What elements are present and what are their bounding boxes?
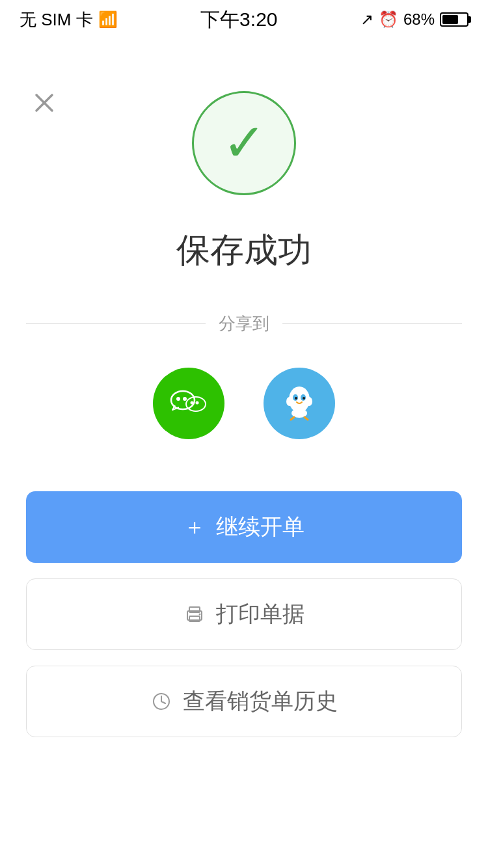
svg-point-4 (176, 397, 180, 401)
checkmark-icon: ✓ (223, 117, 266, 169)
svg-point-14 (286, 397, 293, 406)
svg-point-13 (303, 397, 305, 400)
wifi-icon: 📶 (98, 10, 118, 29)
share-label: 分享到 (206, 312, 282, 335)
history-button[interactable]: 查看销货单历史 (26, 666, 462, 737)
success-circle: ✓ (192, 91, 296, 195)
continue-order-label: 继续开单 (216, 512, 305, 542)
svg-point-6 (191, 401, 194, 405)
divider-line-left (26, 323, 206, 324)
close-button[interactable] (26, 85, 62, 121)
share-icons-container (153, 368, 335, 439)
svg-point-15 (306, 397, 312, 406)
continue-order-button[interactable]: ＋ 继续开单 (26, 491, 462, 563)
location-icon: ↗ (360, 10, 373, 29)
svg-point-7 (196, 401, 199, 405)
history-label: 查看销货单历史 (183, 686, 338, 716)
success-title: 保存成功 (176, 228, 312, 273)
main-content: ✓ 保存成功 分享到 (0, 39, 488, 868)
plus-icon: ＋ (183, 512, 206, 542)
print-label: 打印单据 (216, 599, 305, 629)
svg-point-12 (295, 397, 297, 400)
wechat-share-button[interactable] (153, 368, 224, 439)
printer-icon (183, 603, 206, 625)
clock-icon (150, 690, 172, 712)
alarm-icon: ⏰ (379, 10, 398, 29)
battery-icon (440, 12, 468, 27)
svg-point-19 (199, 614, 201, 616)
status-time: 下午3:20 (200, 7, 277, 33)
svg-point-5 (183, 397, 187, 401)
carrier-text: 无 SIM 卡 (20, 8, 93, 31)
status-right: ↗ ⏰ 68% (360, 10, 468, 29)
qq-share-button[interactable] (264, 368, 335, 439)
svg-point-3 (186, 397, 206, 411)
print-button[interactable]: 打印单据 (26, 578, 462, 650)
share-divider: 分享到 (0, 312, 488, 335)
status-bar: 无 SIM 卡 📶 下午3:20 ↗ ⏰ 68% (0, 0, 488, 39)
divider-line-right (282, 323, 462, 324)
action-buttons-container: ＋ 继续开单 打印单据 查看销货单历史 (26, 491, 462, 737)
status-left: 无 SIM 卡 📶 (20, 8, 118, 31)
battery-percent: 68% (403, 10, 435, 29)
